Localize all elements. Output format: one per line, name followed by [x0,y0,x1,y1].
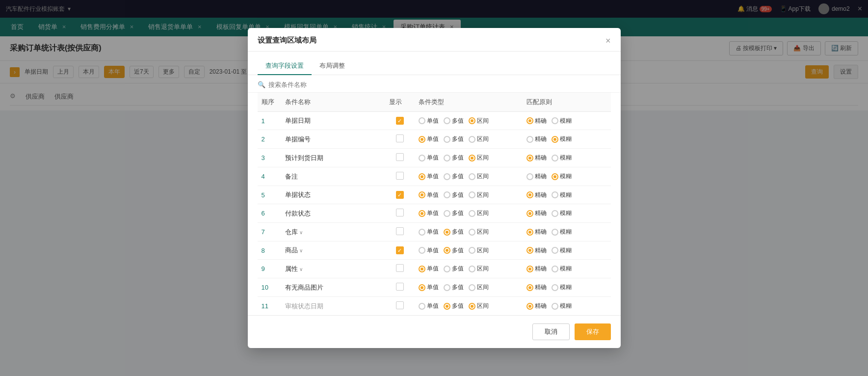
settings-dialog: 设置查询区域布局 × 查询字段设置 布局调整 🔍 顺序 条件名称 显示 条件类型 [248,28,621,110]
col-header-type: 条件类型 [415,93,523,110]
col-header-order: 顺序 [258,93,281,110]
tab-layout-adjust[interactable]: 布局调整 [312,57,353,75]
search-box: 🔍 [248,75,621,93]
col-header-show: 显示 [385,93,415,110]
dialog-close-button[interactable]: × [605,36,611,45]
dialog-header: 设置查询区域布局 × [248,28,621,52]
dialog-tabs: 查询字段设置 布局调整 [248,52,621,75]
col-header-match: 匹配原则 [523,93,611,110]
tab-query-fields[interactable]: 查询字段设置 [258,57,312,75]
dialog-title: 设置查询区域布局 [258,36,316,45]
condition-search-input[interactable] [268,81,611,88]
col-header-name: 条件名称 [281,93,385,110]
condition-table-container: 顺序 条件名称 显示 条件类型 匹配原则 1单据日期单值多值区间精确模糊2单据编… [248,93,621,110]
search-icon: 🔍 [258,81,265,88]
modal-overlay[interactable]: 设置查询区域布局 × 查询字段设置 布局调整 🔍 顺序 条件名称 显示 条件类型 [0,0,868,110]
